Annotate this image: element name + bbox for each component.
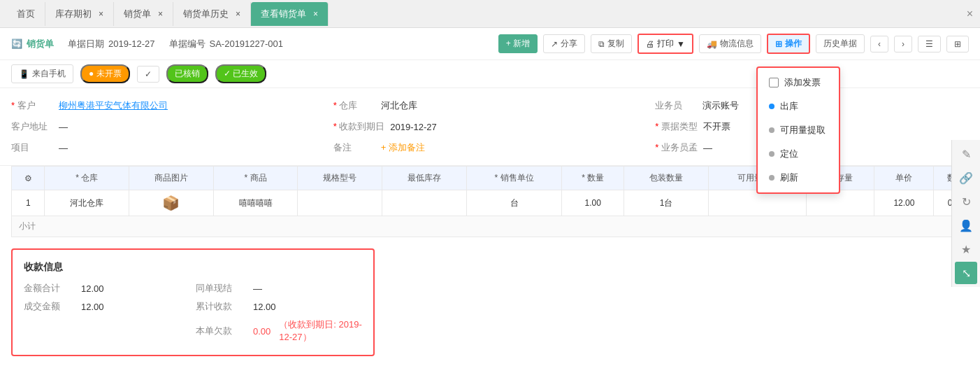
note-row: 备注 + 添加备注 <box>333 141 647 154</box>
doc-actions: + 新增 ↗ 分享 ⧉ 复制 🖨 打印 ▼ 🚚 物流信息 ⊞ 操作 <box>498 34 969 54</box>
row-unit: 台 <box>466 190 562 216</box>
share-label: 分享 <box>561 38 577 50</box>
row-image: 📦 <box>129 190 214 216</box>
sidebar-refresh-icon[interactable]: ↻ <box>955 190 977 213</box>
subtotal-label: 小计 <box>12 216 969 237</box>
effective-label: 已生效 <box>233 69 258 78</box>
print-button[interactable]: 🖨 打印 ▼ <box>637 34 693 54</box>
share-icon: ↗ <box>551 39 558 49</box>
tab-home-label: 首页 <box>17 8 35 20</box>
tab-sales-history-close[interactable]: × <box>236 9 240 19</box>
total-row: 金额合计 12.00 <box>24 282 190 295</box>
tab-home[interactable]: 首页 <box>7 2 45 26</box>
copy-button[interactable]: ⧉ 复制 <box>591 34 632 53</box>
operations-dropdown: 添加发票 出库 可用量提取 定位 刷新 <box>756 66 840 194</box>
tab-sales-order[interactable]: 销货单 × <box>114 2 173 26</box>
add-invoice-item[interactable]: 添加发票 <box>758 71 839 94</box>
cumulative-label: 累计收款 <box>196 300 245 313</box>
sidebar-star-icon[interactable]: ★ <box>955 238 977 260</box>
payment-grid: 金额合计 12.00 成交金额 12.00 同单现结 — 累计收款 12.00 <box>24 282 362 344</box>
new-button[interactable]: + 新增 <box>498 34 538 53</box>
operations-icon: ⊞ <box>775 39 782 49</box>
doc-date-value: 2019-12-27 <box>108 38 155 49</box>
sidebar-expand-icon[interactable]: ⤡ <box>955 262 977 284</box>
share-button[interactable]: ↗ 分享 <box>543 34 585 53</box>
due-date-value: 2019-12-27 <box>390 122 437 132</box>
address-label: 客户地址 <box>11 120 53 133</box>
tab-sales-order-close[interactable]: × <box>158 9 163 19</box>
tab-inventory-init[interactable]: 库存期初 × <box>45 2 114 26</box>
tab-bar: 首页 库存期初 × 销货单 × 销货单历史 × 查看销货单 × × <box>0 0 980 28</box>
deal-value: 12.00 <box>81 302 104 312</box>
add-invoice-label: 添加发票 <box>784 76 821 89</box>
verify-badge[interactable]: 已核销 <box>166 64 208 83</box>
sidebar-edit-icon[interactable]: ✎ <box>955 143 977 165</box>
row-product[interactable]: 嘻嘻嘻嘻 <box>213 190 298 216</box>
row-qty: 1.00 <box>562 190 624 216</box>
check-icon: ✓ <box>145 69 152 79</box>
col-qty: * 数量 <box>562 167 624 190</box>
sidebar-link-icon[interactable]: 🔗 <box>955 167 977 189</box>
tab-view-sales[interactable]: 查看销货单 × <box>251 2 329 26</box>
row-price: 12.00 <box>874 190 934 216</box>
available-pickup-label: 可用量提取 <box>780 124 826 136</box>
row-seq: 1 <box>12 190 45 216</box>
tab-inventory-init-close[interactable]: × <box>99 9 103 19</box>
operations-label: 操作 <box>785 38 802 50</box>
project-label: 项目 <box>11 141 53 154</box>
right-sidebar: ✎ 🔗 ↻ 👤 ★ ⤡ <box>951 140 980 287</box>
print-label: 打印 <box>657 38 674 50</box>
tab-sales-history[interactable]: 销货单历史 × <box>173 2 251 26</box>
add-note-button[interactable]: + 添加备注 <box>381 141 425 154</box>
col-gear[interactable]: ⚙ <box>12 167 45 190</box>
row-stock <box>807 190 874 216</box>
truck-icon: 🚚 <box>707 39 717 49</box>
nav-prev-button[interactable]: ‹ <box>870 36 888 52</box>
owed-row: 本单欠款 0.00 （收款到期日: 2019-12-27） <box>196 318 362 344</box>
payment-title: 收款信息 <box>24 261 362 274</box>
refresh-item[interactable]: 刷新 <box>758 166 839 190</box>
history-label: 历史单据 <box>823 38 857 50</box>
customer-label: 客户 <box>11 99 53 112</box>
locate-item[interactable]: 定位 <box>758 142 839 166</box>
row-pack-qty: 1台 <box>624 190 709 216</box>
effective-badge[interactable]: ✓ 已生效 <box>215 64 266 83</box>
doc-date-meta: 单据日期 2019-12-27 <box>68 38 155 50</box>
locate-icon <box>769 151 774 157</box>
history-button[interactable]: 历史单据 <box>816 34 865 53</box>
col-spec: 规格型号 <box>298 167 382 190</box>
col-pack-qty: 包装数量 <box>624 167 709 190</box>
logistics-button[interactable]: 🚚 物流信息 <box>699 34 761 53</box>
doc-type-label: 销货单 <box>27 38 54 50</box>
outbound-item[interactable]: 出库 <box>758 94 839 118</box>
refresh-label: 刷新 <box>780 171 798 184</box>
not-opened-badge[interactable]: ● 未开票 <box>80 64 130 83</box>
tab-bar-close-button[interactable]: × <box>967 8 973 20</box>
print-icon: 🖨 <box>646 39 654 49</box>
verify-button[interactable]: ✓ <box>137 66 159 83</box>
row-available <box>708 190 806 216</box>
deal-row: 成交金额 12.00 <box>24 300 190 313</box>
warehouse-row: 仓库 河北仓库 <box>333 99 647 112</box>
total-value: 12.00 <box>81 283 104 294</box>
nav-next-button[interactable]: › <box>894 36 912 52</box>
from-phone-button[interactable]: 📱 来自手机 <box>11 64 73 83</box>
available-pickup-item[interactable]: 可用量提取 <box>758 118 839 142</box>
due-date-row: 收款到期日 2019-12-27 <box>333 120 647 133</box>
ticket-label: 票据类型 <box>655 120 698 133</box>
tab-view-sales-close[interactable]: × <box>313 9 318 19</box>
staff-label: 业务员 <box>655 99 697 112</box>
view-grid-button[interactable]: ⊞ <box>946 36 969 52</box>
settlement-value: — <box>253 283 262 294</box>
operations-button[interactable]: ⊞ 操作 <box>767 34 810 54</box>
view-list-button[interactable]: ☰ <box>918 36 941 52</box>
ticket-value: 不开票 <box>703 120 730 133</box>
col-price: 单价 <box>874 167 934 190</box>
customer-value[interactable]: 柳州粤港平安气体有限公司 <box>59 99 168 112</box>
doc-type-icon: 🔄 <box>11 38 22 49</box>
payment-right: 同单现结 — 累计收款 12.00 本单欠款 0.00 （收款到期日: 2019… <box>196 282 362 344</box>
copy-icon: ⧉ <box>598 39 605 49</box>
sidebar-user-icon[interactable]: 👤 <box>955 214 977 237</box>
address-row: 客户地址 — <box>11 120 325 133</box>
col-min-stock: 最低库存 <box>382 167 467 190</box>
